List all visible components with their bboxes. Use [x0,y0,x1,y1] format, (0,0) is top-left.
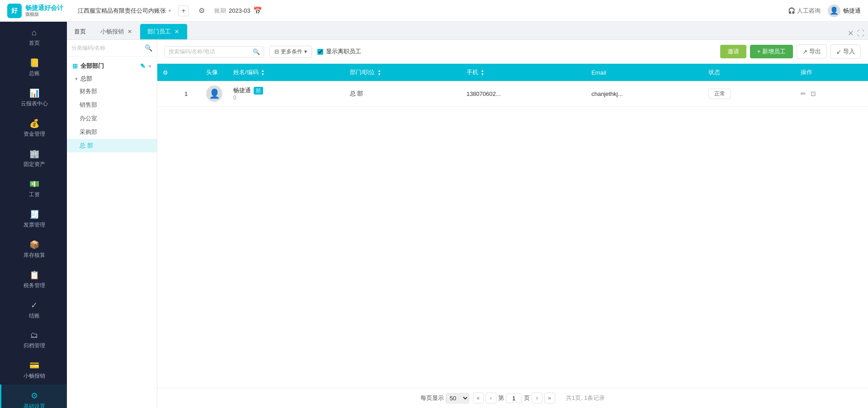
window-close-button[interactable]: ✕ [848,29,854,38]
th-name-code[interactable]: 姓名/编码 ▲▼ [228,64,344,81]
sidebar-item-label: 基础设置 [24,403,45,408]
employee-code: 0 [233,95,339,101]
dept-headquarters-label: 总 部 [80,142,93,149]
app-edition: 旗舰版 [25,12,63,17]
edit-icon[interactable]: ✏ [801,90,806,97]
sidebar-item-tax[interactable]: 📋 税务管理 [0,264,67,294]
checkout-icon: ✓ [31,300,38,310]
logo-icon: 好 [7,4,22,18]
logo: 好 畅捷通好会计 旗舰版 [7,4,74,18]
last-page-button[interactable]: » [544,393,555,403]
add-employee-button[interactable]: + 新增员工 [750,45,793,58]
ledger-icon: 📒 [29,58,39,68]
invite-button[interactable]: 邀请 [720,45,746,58]
customer-service-label: 人工咨询 [797,7,821,15]
employee-search-input[interactable] [169,48,250,55]
dept-general-label: 总部 [80,75,92,83]
dept-office[interactable]: 办公室 [67,112,157,125]
sidebar-item-checkout[interactable]: ✓ 结账 [0,294,67,324]
page-number-input[interactable] [506,394,522,403]
settings-icon[interactable]: ⚙ [196,5,207,16]
sidebar-item-settings[interactable]: ⚙ 基础设置 [0,384,67,408]
row-name-code: 畅捷通 部 0 [228,81,344,107]
first-page-button[interactable]: « [473,393,484,403]
dept-search-input[interactable] [71,45,143,51]
tab-home-label: 首页 [74,28,86,36]
dept-purchase[interactable]: 采购部 [67,125,157,139]
sidebar-item-fixed-assets[interactable]: 🏢 固定资产 [0,142,67,173]
calendar-icon[interactable]: 📅 [253,6,262,15]
pagination-bar: 每页显示 50 10 20 100 « ‹ 第 [157,388,868,408]
sidebar-item-label: 结账 [29,312,40,320]
sidebar-item-label: 税务管理 [24,282,45,289]
invoice-icon: 🧾 [29,209,39,219]
tab-expense[interactable]: 小畅报销 ✕ [93,24,140,39]
th-gear[interactable]: ⚙ [157,64,179,81]
th-phone[interactable]: 手机 ▲▼ [461,64,586,81]
sidebar-item-reports[interactable]: 📊 云报表中心 [0,82,67,112]
dept-parent-general[interactable]: ▼ 总部 [67,73,157,85]
filter-button[interactable]: ⊟ 更多条件 ▾ [269,46,312,58]
dept-sales[interactable]: 销售部 [67,98,157,112]
tab-dept-employee-close[interactable]: ✕ [174,28,180,35]
sidebar-item-label: 资金管理 [24,130,45,138]
tab-dept-employee[interactable]: 部门员工 ✕ [140,24,187,39]
customer-service-button[interactable]: 🎧 人工咨询 [788,7,821,15]
export-label: 导出 [809,47,821,56]
table-row: 1 👤 畅捷通 部 0 [157,81,868,107]
page-suffix: 页 [524,394,530,402]
sidebar-item-ledger[interactable]: 📒 总账 [0,52,67,82]
sidebar-item-expense[interactable]: 💳 小畅报销 [0,354,67,384]
employee-search-box: 🔍 [165,46,264,57]
row-avatar: 👤 [201,81,228,107]
export-button[interactable]: ↗ 导出 [797,44,827,59]
page-size-select[interactable]: 50 10 20 100 [446,393,469,403]
page-size-area: 每页显示 50 10 20 100 [420,393,469,403]
sidebar-item-inventory[interactable]: 📦 库存核算 [0,233,67,264]
employee-toolbar: 🔍 ⊟ 更多条件 ▾ 显示离职员工 邀请 [157,40,868,64]
employee-avatar: 👤 [206,85,222,102]
app-name: 畅捷通好会计 [25,4,63,12]
next-page-button[interactable]: › [532,393,542,403]
page-size-label: 每页显示 [420,394,444,402]
sidebar-item-invoice[interactable]: 🧾 发票管理 [0,203,67,233]
expense-icon: 💳 [29,361,39,370]
invite-label: 邀请 [727,48,739,55]
show-resigned-checkbox[interactable] [317,49,323,55]
th-status: 状态 [703,64,796,81]
dept-root-all[interactable]: ⊞ 全部部门 ✎ « [67,59,157,73]
department-panel: 🔍 ⊞ 全部部门 ✎ « ▼ 总部 财务部 [67,40,157,408]
row-status: 正常 [703,81,796,107]
dept-search-icon[interactable]: 🔍 [145,44,152,52]
dept-collapse-icon[interactable]: « [148,63,151,69]
tab-expense-close[interactable]: ✕ [127,28,133,35]
dept-headquarters[interactable]: 总 部 [67,139,157,152]
user-menu[interactable]: 👤 畅捷通 [828,5,861,17]
sidebar-item-archive[interactable]: 🗂 归档管理 [0,324,67,354]
period-label: 账期 [214,7,226,15]
add-book-button[interactable]: + [178,5,189,16]
th-dept-position[interactable]: 部门/职位 ▲▼ [344,64,461,81]
tab-home[interactable]: 首页 [67,24,93,39]
import-icon: ↙ [836,48,841,55]
logout-icon[interactable]: ⊡ [811,90,816,97]
dept-finance[interactable]: 财务部 [67,85,157,98]
dept-sales-label: 销售部 [80,101,97,108]
sidebar-item-label: 发票管理 [24,221,45,229]
sidebar-item-home[interactable]: ⌂ 首页 [0,22,67,52]
company-selector[interactable]: 江西服宝精品有限责任公司内账张 ▾ [78,7,171,15]
th-actions: 操作 [795,64,868,81]
dept-edit-icon[interactable]: ✎ [140,62,146,70]
import-button[interactable]: ↙ 导入 [830,44,861,59]
sidebar-item-payroll[interactable]: 💵 工资 [0,173,67,203]
filter-icon: ⊟ [274,48,279,55]
add-employee-label: + 新增员工 [757,47,786,56]
show-resigned-area: 显示离职员工 [317,47,361,56]
sidebar-item-funds[interactable]: 💰 资金管理 [0,112,67,142]
window-maximize-button[interactable]: ⛶ [857,29,864,38]
dept-tree: ⊞ 全部部门 ✎ « ▼ 总部 财务部 销售部 [67,57,157,408]
th-email: Email [586,64,703,81]
dept-purchase-label: 采购部 [80,128,97,135]
status-badge: 正常 [708,89,731,99]
prev-page-button[interactable]: ‹ [486,393,496,403]
